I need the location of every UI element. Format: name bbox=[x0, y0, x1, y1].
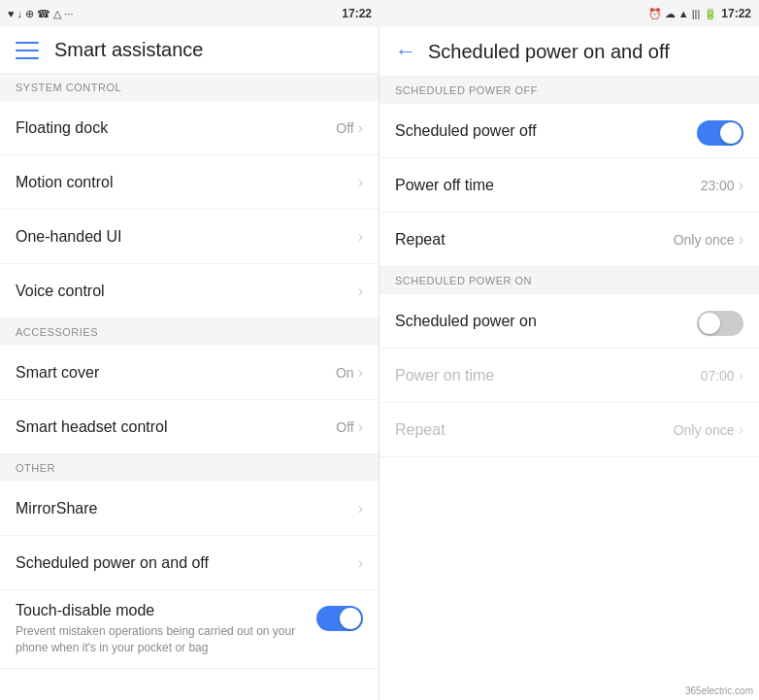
list-item-voice-control[interactable]: Voice control › bbox=[0, 264, 379, 318]
floating-dock-label: Floating dock bbox=[16, 119, 108, 137]
touch-disable-text: Touch-disable mode Prevent mistaken oper… bbox=[16, 602, 305, 656]
right-item-repeat-off[interactable]: Repeat Only once › bbox=[380, 213, 759, 267]
one-handed-right: › bbox=[358, 228, 363, 246]
right-panel: ← Scheduled power on and off SCHEDULED P… bbox=[380, 27, 759, 700]
left-status-icons: ♥ ↓ ⊕ ☎ △ ··· bbox=[8, 8, 73, 20]
motion-control-label: Motion control bbox=[16, 174, 114, 191]
hamburger-line-2 bbox=[16, 50, 39, 51]
one-handed-label: One-handed UI bbox=[16, 228, 121, 246]
right-status-icons: ⏰ ☁ ▲ ||| bbox=[648, 8, 701, 20]
right-panel-title: Scheduled power on and off bbox=[428, 41, 670, 63]
right-item-scheduled-on-toggle[interactable]: Scheduled power on bbox=[380, 294, 759, 349]
scheduled-on-label: Scheduled power on bbox=[395, 313, 537, 330]
voice-control-label: Voice control bbox=[16, 283, 105, 300]
list-item-smart-headset[interactable]: Smart headset control Off › bbox=[0, 400, 379, 454]
touch-disable-desc: Prevent mistaken operations being carrie… bbox=[16, 623, 305, 656]
scheduled-power-right: › bbox=[358, 554, 363, 572]
status-bar: ♥ ↓ ⊕ ☎ △ ··· 17:22 ⏰ ☁ ▲ ||| 🔋 17:22 bbox=[0, 0, 759, 27]
smart-headset-label: Smart headset control bbox=[16, 418, 168, 436]
scheduled-off-label: Scheduled power off bbox=[395, 122, 537, 140]
repeat-off-value: Only once bbox=[674, 232, 735, 248]
right-item-repeat-on: Repeat Only once › bbox=[380, 403, 759, 457]
voice-control-chevron: › bbox=[358, 283, 363, 300]
smart-cover-label: Smart cover bbox=[16, 364, 99, 382]
status-bar-left: ♥ ↓ ⊕ ☎ △ ··· 17:22 bbox=[0, 0, 380, 27]
repeat-off-chevron: › bbox=[739, 231, 743, 249]
smart-headset-value: Off bbox=[336, 419, 353, 435]
floating-dock-right: Off › bbox=[336, 119, 363, 137]
power-off-time-label: Power off time bbox=[395, 177, 494, 194]
power-off-time-right: 23:00 › bbox=[701, 177, 743, 194]
left-panel-title: Smart assistance bbox=[54, 39, 203, 61]
right-item-scheduled-off-toggle[interactable]: Scheduled power off bbox=[380, 104, 759, 158]
smart-cover-right: On › bbox=[336, 364, 363, 382]
repeat-off-label: Repeat bbox=[395, 231, 446, 249]
repeat-on-chevron: › bbox=[739, 421, 743, 439]
power-on-time-right: 07:00 › bbox=[701, 367, 743, 384]
motion-control-right: › bbox=[358, 174, 363, 191]
floating-dock-value: Off bbox=[336, 120, 353, 136]
list-item-floating-dock[interactable]: Floating dock Off › bbox=[0, 101, 379, 155]
list-item-mirrorshare[interactable]: MirrorShare › bbox=[0, 482, 379, 536]
repeat-on-label: Repeat bbox=[395, 421, 446, 439]
voice-control-right: › bbox=[358, 283, 363, 300]
left-time: 17:22 bbox=[342, 7, 372, 20]
main-container: Smart assistance SYSTEM CONTROL Floating… bbox=[0, 27, 759, 700]
power-on-time-chevron: › bbox=[739, 367, 743, 384]
smart-cover-value: On bbox=[336, 365, 354, 381]
floating-dock-chevron: › bbox=[358, 119, 363, 137]
motion-control-chevron: › bbox=[358, 174, 363, 191]
scheduled-on-toggle[interactable] bbox=[697, 311, 743, 336]
mirrorshare-right: › bbox=[358, 500, 363, 517]
touch-disable-toggle[interactable] bbox=[316, 606, 363, 631]
smart-cover-chevron: › bbox=[358, 364, 363, 382]
section-system-control: SYSTEM CONTROL bbox=[0, 74, 379, 101]
scheduled-power-label: Scheduled power on and off bbox=[16, 554, 209, 572]
hamburger-line-3 bbox=[16, 57, 39, 59]
left-header: Smart assistance bbox=[0, 27, 379, 74]
hamburger-line-1 bbox=[16, 42, 39, 44]
right-time: 17:22 bbox=[721, 7, 751, 20]
power-on-time-label: Power on time bbox=[395, 367, 494, 384]
left-panel: Smart assistance SYSTEM CONTROL Floating… bbox=[0, 27, 380, 700]
scheduled-off-knob bbox=[720, 122, 742, 144]
right-item-power-off-time[interactable]: Power off time 23:00 › bbox=[380, 158, 759, 213]
one-handed-chevron: › bbox=[358, 228, 363, 246]
power-on-time-value: 07:00 bbox=[701, 368, 735, 383]
section-scheduled-off: SCHEDULED POWER OFF bbox=[380, 77, 759, 104]
section-scheduled-on: SCHEDULED POWER ON bbox=[380, 267, 759, 294]
power-off-time-value: 23:00 bbox=[701, 178, 735, 193]
notification-icons: ♥ ↓ ⊕ ☎ △ ··· bbox=[8, 8, 73, 20]
power-off-time-chevron: › bbox=[739, 177, 743, 194]
list-item-scheduled-power[interactable]: Scheduled power on and off › bbox=[0, 536, 379, 590]
scheduled-off-toggle[interactable] bbox=[697, 120, 743, 146]
touch-disable-title: Touch-disable mode bbox=[16, 602, 305, 619]
mirrorshare-chevron: › bbox=[358, 500, 363, 517]
right-header: ← Scheduled power on and off bbox=[380, 27, 759, 77]
scheduled-power-chevron: › bbox=[358, 554, 363, 572]
list-item-smart-cover[interactable]: Smart cover On › bbox=[0, 346, 379, 400]
section-accessories: ACCESSORIES bbox=[0, 318, 379, 346]
list-item-motion-control[interactable]: Motion control › bbox=[0, 155, 379, 210]
repeat-off-right: Only once › bbox=[674, 231, 743, 249]
list-item-touch-disable[interactable]: Touch-disable mode Prevent mistaken oper… bbox=[0, 590, 379, 669]
menu-icon[interactable] bbox=[16, 42, 39, 59]
smart-headset-chevron: › bbox=[358, 418, 363, 436]
list-item-one-handed[interactable]: One-handed UI › bbox=[0, 210, 379, 264]
touch-disable-toggle-knob bbox=[340, 608, 361, 629]
smart-headset-right: Off › bbox=[336, 418, 363, 436]
right-item-power-on-time: Power on time 07:00 › bbox=[380, 349, 759, 403]
scheduled-on-knob bbox=[699, 313, 720, 334]
section-other: OTHER bbox=[0, 454, 379, 482]
watermark: 365electric.com bbox=[685, 685, 753, 696]
repeat-on-value: Only once bbox=[674, 422, 735, 438]
status-bar-right: ⏰ ☁ ▲ ||| 🔋 17:22 bbox=[380, 0, 759, 27]
right-battery: 🔋 bbox=[704, 8, 717, 20]
mirrorshare-label: MirrorShare bbox=[16, 500, 97, 517]
repeat-on-right: Only once › bbox=[674, 421, 743, 439]
back-arrow-icon[interactable]: ← bbox=[395, 39, 416, 64]
